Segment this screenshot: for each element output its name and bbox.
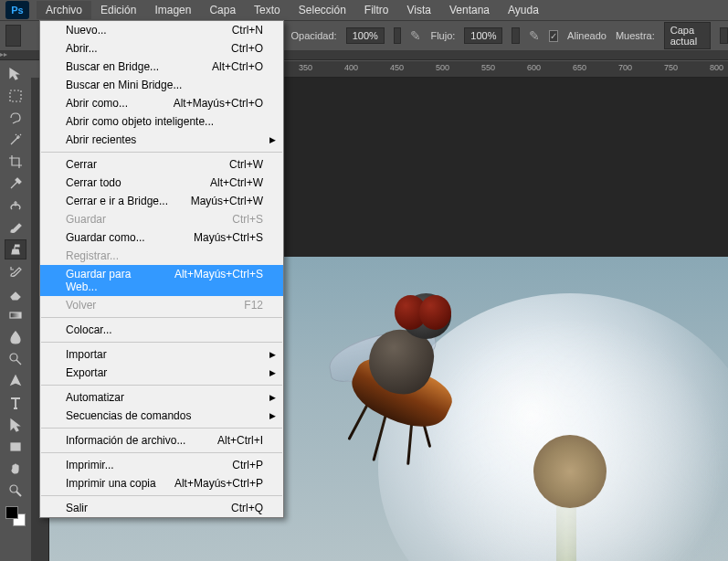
menu-archivo[interactable]: Archivo (37, 1, 91, 19)
sample-dropdown[interactable] (720, 27, 728, 44)
menu-item-informaci-n-de-archivo[interactable]: Información de archivo...Alt+Ctrl+I (40, 431, 283, 450)
svg-rect-3 (11, 443, 20, 450)
flow-label: Flujo: (430, 30, 455, 41)
submenu-arrow-icon: ▶ (269, 135, 276, 144)
file-menu-dropdown: Nuevo...Ctrl+NAbrir...Ctrl+OBuscar en Br… (39, 20, 284, 518)
path-selection-tool[interactable] (5, 415, 26, 435)
menu-item-imprimir[interactable]: Imprimir...Ctrl+P (40, 456, 283, 474)
menu-item-volver: VolverF12 (40, 296, 283, 314)
app-logo: Ps (5, 1, 29, 19)
menu-selección[interactable]: Selección (290, 1, 355, 19)
brush-tool[interactable] (5, 217, 26, 238)
menu-item-registrar: Registrar... (40, 247, 283, 265)
menu-imagen[interactable]: Imagen (145, 1, 200, 19)
dodge-tool[interactable] (5, 349, 26, 369)
menu-item-abrir-recientes[interactable]: Abrir recientes▶ (40, 131, 283, 149)
flow-input[interactable]: 100% (464, 27, 502, 44)
menu-item-abrir-como[interactable]: Abrir como...Alt+Mayús+Ctrl+O (40, 94, 283, 112)
opacity-input[interactable]: 100% (346, 27, 385, 44)
menu-item-salir[interactable]: SalirCtrl+Q (40, 499, 283, 517)
menubar: Ps ArchivoEdiciónImagenCapaTextoSelecció… (0, 0, 728, 20)
menu-item-abrir-como-objeto-inteligente[interactable]: Abrir como objeto inteligente... (40, 112, 283, 131)
menu-ayuda[interactable]: Ayuda (499, 1, 548, 19)
menu-item-colocar[interactable]: Colocar... (40, 321, 283, 339)
submenu-arrow-icon: ▶ (269, 350, 276, 359)
zoom-tool[interactable] (5, 481, 26, 501)
menu-item-automatizar[interactable]: Automatizar▶ (40, 388, 283, 407)
menu-item-secuencias-de-comandos[interactable]: Secuencias de comandos▶ (40, 407, 283, 425)
blur-tool[interactable] (5, 327, 26, 347)
opacity-label: Opacidad: (290, 30, 336, 41)
ruler-tick: 400 (344, 63, 358, 72)
menu-item-cerrar-e-ir-a-bridge[interactable]: Cerrar e ir a Bridge...Mayús+Ctrl+W (40, 192, 283, 210)
menu-item-exportar[interactable]: Exportar▶ (40, 364, 283, 382)
menu-item-guardar-como[interactable]: Guardar como...Mayús+Ctrl+S (40, 228, 283, 247)
menu-item-guardar-para-web[interactable]: Guardar para Web...Alt+Mayús+Ctrl+S (40, 265, 283, 296)
ruler-tick: 350 (299, 63, 312, 72)
sample-label: Muestra: (616, 30, 655, 41)
pressure-opacity-icon[interactable]: ✎ (410, 28, 421, 43)
rectangle-tool[interactable] (5, 437, 26, 457)
move-tool[interactable] (5, 64, 26, 84)
healing-brush-tool[interactable] (5, 196, 26, 216)
type-tool[interactable] (5, 393, 26, 413)
marquee-tool[interactable] (5, 86, 26, 106)
menu-item-buscar-en-mini-bridge[interactable]: Buscar en Mini Bridge... (40, 76, 283, 94)
ruler-tick: 650 (573, 63, 586, 72)
hand-tool[interactable] (5, 459, 26, 479)
ruler-tick: 550 (481, 63, 495, 72)
sample-select[interactable]: Capa actual (664, 22, 712, 49)
magic-wand-tool[interactable] (5, 130, 26, 150)
ruler-tick: 600 (527, 63, 541, 72)
menu-edición[interactable]: Edición (91, 1, 145, 19)
submenu-arrow-icon: ▶ (269, 411, 276, 420)
opacity-dropdown[interactable] (394, 27, 402, 44)
ruler-tick: 450 (390, 63, 404, 72)
tool-preset-picker[interactable] (5, 25, 21, 47)
menu-item-cerrar[interactable]: CerrarCtrl+W (40, 155, 283, 174)
lasso-tool[interactable] (5, 108, 26, 128)
menu-vista[interactable]: Vista (397, 1, 439, 19)
ruler-tick: 700 (618, 63, 632, 72)
svg-point-4 (10, 485, 17, 492)
menu-texto[interactable]: Texto (245, 1, 290, 19)
gradient-tool[interactable] (5, 305, 26, 325)
history-brush-tool[interactable] (5, 261, 26, 281)
airbrush-icon[interactable]: ✎ (529, 28, 540, 43)
ruler-tick: 500 (436, 63, 449, 72)
menu-item-importar[interactable]: Importar▶ (40, 345, 283, 364)
aligned-checkbox[interactable]: ✓ (549, 30, 558, 42)
menu-capa[interactable]: Capa (200, 1, 245, 19)
menu-item-cerrar-todo[interactable]: Cerrar todoAlt+Ctrl+W (40, 174, 283, 192)
eraser-tool[interactable] (5, 283, 26, 303)
clone-stamp-tool[interactable] (5, 239, 26, 259)
menu-filtro[interactable]: Filtro (355, 1, 398, 19)
menu-item-abrir[interactable]: Abrir...Ctrl+O (40, 39, 283, 58)
eyedropper-tool[interactable] (5, 174, 26, 194)
menu-item-nuevo[interactable]: Nuevo...Ctrl+N (40, 21, 283, 39)
menu-item-guardar: GuardarCtrl+S (40, 210, 283, 228)
svg-point-2 (10, 354, 17, 361)
aligned-label: Alineado (567, 30, 607, 41)
pen-tool[interactable] (5, 371, 26, 391)
ruler-tick: 800 (710, 63, 723, 72)
tools-panel (0, 60, 31, 561)
crop-tool[interactable] (5, 152, 26, 172)
menu-item-buscar-en-bridge[interactable]: Buscar en Bridge...Alt+Ctrl+O (40, 58, 283, 76)
submenu-arrow-icon: ▶ (269, 368, 276, 377)
ruler-tick: 750 (664, 63, 678, 72)
flow-dropdown[interactable] (512, 27, 520, 44)
svg-rect-0 (10, 90, 21, 101)
color-swatches[interactable] (5, 506, 26, 526)
submenu-arrow-icon: ▶ (269, 393, 276, 402)
menu-item-imprimir-una-copia[interactable]: Imprimir una copiaAlt+Mayús+Ctrl+P (40, 474, 283, 492)
svg-rect-1 (10, 312, 21, 318)
menu-ventana[interactable]: Ventana (440, 1, 499, 19)
